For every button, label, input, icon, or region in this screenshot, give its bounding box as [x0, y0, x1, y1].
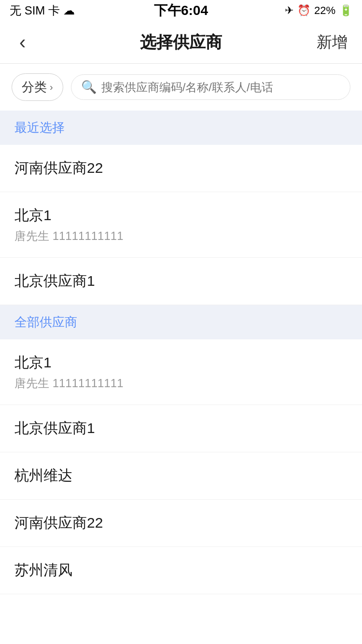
search-box[interactable]: 🔍	[71, 74, 350, 100]
back-button[interactable]: ‹	[14, 27, 30, 58]
all-section-label: 全部供应商	[14, 315, 77, 329]
nav-bar: ‹ 选择供应商 新增	[0, 21, 362, 64]
list-item[interactable]: 杭州维达	[0, 452, 362, 500]
category-label: 分类	[22, 79, 47, 96]
list-item[interactable]: 苏州清风	[0, 547, 362, 594]
item-name: 河南供应商22	[14, 158, 348, 178]
item-name: 苏州清风	[14, 560, 348, 580]
item-contact: 唐先生 11111111111	[14, 376, 348, 391]
item-name: 北京1	[14, 353, 348, 373]
list-item[interactable]: 河南供应商22	[0, 500, 362, 547]
filter-bar: 分类 › 🔍	[0, 64, 362, 111]
battery-icon: 🔋	[339, 4, 352, 17]
list-item[interactable]: 北京1唐先生 11111111111	[0, 339, 362, 405]
location-icon: ✈	[285, 4, 293, 17]
alarm-icon: ⏰	[297, 4, 310, 17]
item-name: 河南供应商22	[14, 513, 348, 533]
add-button[interactable]: 新增	[317, 32, 348, 53]
sim-status: 无 SIM 卡 ☁	[10, 3, 75, 18]
item-name: 杭州维达	[14, 466, 348, 486]
item-name: 北京供应商1	[14, 271, 348, 291]
item-name: 北京1	[14, 206, 348, 225]
category-filter-button[interactable]: 分类 ›	[12, 73, 63, 101]
search-input[interactable]	[101, 81, 340, 94]
all-items-list: 北京1唐先生 11111111111北京供应商1杭州维达河南供应商22苏州清风	[0, 339, 362, 594]
status-right: ✈ ⏰ 22% 🔋	[285, 4, 352, 17]
search-icon: 🔍	[81, 80, 97, 95]
item-name: 北京供应商1	[14, 419, 348, 438]
status-left: 无 SIM 卡 ☁	[10, 3, 75, 18]
recent-section-header: 最近选择	[0, 111, 362, 145]
battery-level: 22%	[314, 4, 335, 17]
list-item[interactable]: 北京1唐先生 11111111111	[0, 192, 362, 258]
recent-section-label: 最近选择	[14, 120, 65, 135]
item-contact: 唐先生 11111111111	[14, 228, 348, 244]
page-title: 选择供应商	[140, 31, 222, 54]
all-section-header: 全部供应商	[0, 305, 362, 339]
list-item[interactable]: 河南供应商22	[0, 145, 362, 192]
list-item[interactable]: 北京供应商1	[0, 258, 362, 305]
recent-items-list: 河南供应商22北京1唐先生 11111111111北京供应商1	[0, 145, 362, 305]
status-bar: 无 SIM 卡 ☁ 下午6:04 ✈ ⏰ 22% 🔋	[0, 0, 362, 21]
chevron-right-icon: ›	[50, 82, 53, 93]
list-item[interactable]: 北京供应商1	[0, 405, 362, 452]
status-time: 下午6:04	[154, 1, 208, 20]
